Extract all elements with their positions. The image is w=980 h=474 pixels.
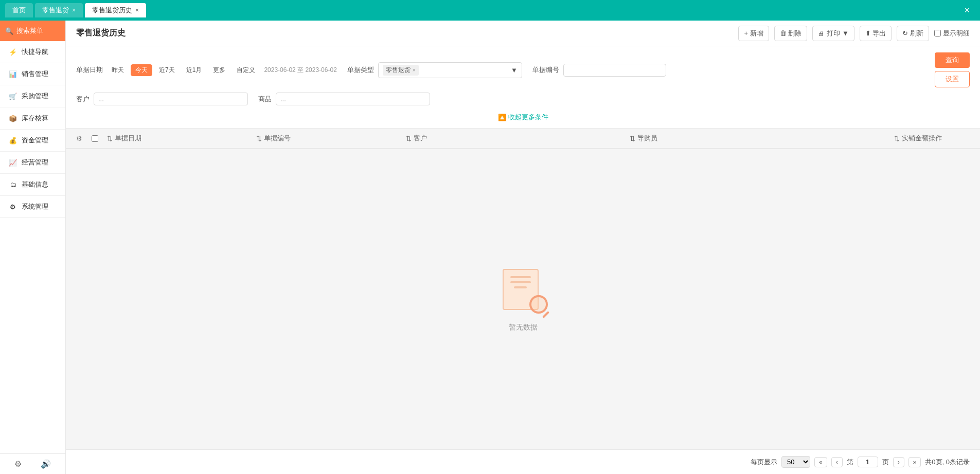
page-header: 零售退货历史 + 新增 🗑 删除 🖨 打印 ▼ ⬆ 导出 ↻ 刷新 显示明细	[66, 21, 980, 46]
date-btn-yesterday[interactable]: 昨天	[107, 64, 129, 76]
col-date-sort-icon[interactable]: ⇅	[107, 135, 113, 142]
sidebar-item-purchase[interactable]: 🛒 采购管理	[0, 85, 65, 107]
sidebar-item-sales[interactable]: 📊 销售管理	[0, 63, 65, 85]
tab-retail-return-history[interactable]: 零售退货历史 ×	[85, 3, 146, 17]
col-guide-sort-icon[interactable]: ⇅	[630, 135, 635, 142]
customer-input[interactable]	[94, 93, 248, 105]
operations-icon: 📈	[8, 158, 17, 167]
sales-icon: 📊	[8, 69, 17, 79]
col-customer-header: ⇅ 客户	[406, 134, 630, 143]
page-input-prefix: 第	[847, 458, 853, 467]
empty-illustration	[497, 266, 549, 318]
sidebar-sound-btn[interactable]: 🔊	[41, 459, 51, 469]
show-detail-checkbox[interactable]	[934, 30, 941, 37]
col-amount-sort-icon[interactable]: ⇅	[894, 135, 900, 142]
refresh-button[interactable]: ↻ 刷新	[897, 26, 929, 41]
empty-state: 暂无数据	[66, 149, 980, 449]
date-filter: 单据日期 昨天 今天 近7天 近1月 更多 自定义 2023-06-02 至 2…	[76, 64, 337, 76]
new-button[interactable]: + 新增	[738, 26, 769, 41]
export-button[interactable]: ⬆ 导出	[860, 26, 892, 41]
select-all-checkbox[interactable]	[92, 135, 98, 142]
page-prev-button[interactable]: ‹	[831, 457, 843, 467]
per-page-select[interactable]: 50 100 200	[781, 456, 810, 468]
type-filter-label: 单据类型	[347, 65, 374, 75]
query-button[interactable]: 查询	[935, 52, 970, 68]
tab-retail-return-history-label: 零售退货历史	[92, 6, 132, 15]
col-date-header: ⇅ 单据日期	[107, 134, 256, 143]
tab-retail-return[interactable]: 零售退货 ×	[35, 3, 83, 17]
order-no-filter: 单据编号	[532, 64, 666, 77]
goods-label: 商品	[258, 95, 272, 104]
date-range-buttons: 昨天 今天 近7天 近1月 更多 自定义	[107, 64, 260, 76]
tab-home[interactable]: 首页	[5, 3, 33, 17]
main-content: 零售退货历史 + 新增 🗑 删除 🖨 打印 ▼ ⬆ 导出 ↻ 刷新 显示明细	[66, 21, 980, 474]
type-filter: 单据类型 零售退货 × ▼	[347, 62, 522, 78]
sidebar: 🔍 搜索菜单 ⚡ 快捷导航 📊 销售管理 🛒 采购管理 📦 库存核算 💰 资金管…	[0, 21, 66, 474]
main-layout: 🔍 搜索菜单 ⚡ 快捷导航 📊 销售管理 🛒 采购管理 📦 库存核算 💰 资金管…	[0, 21, 980, 474]
collapse-up-icon: 🔼	[498, 114, 506, 121]
filter-buttons: 查询 设置	[935, 52, 970, 87]
settings-col-icon[interactable]: ⚙	[76, 135, 82, 142]
col-order-no-header: ⇅ 单据编号	[256, 134, 405, 143]
date-btn-custom[interactable]: 自定义	[232, 64, 260, 76]
top-bar: 首页 零售退货 × 零售退货历史 × ×	[0, 0, 980, 21]
sidebar-item-system[interactable]: ⚙ 系统管理	[0, 196, 65, 218]
type-filter-select[interactable]: 零售退货 × ▼	[378, 62, 522, 78]
type-tag-close[interactable]: ×	[413, 67, 416, 73]
per-page-label: 每页显示	[751, 458, 777, 467]
tab-retail-return-label: 零售退货	[42, 6, 69, 15]
filter-row-2: 客户 商品	[76, 93, 970, 105]
date-btn-more[interactable]: 更多	[208, 64, 230, 76]
col-order-sort-icon[interactable]: ⇅	[256, 135, 262, 142]
sidebar-item-quick-nav-label: 快捷导航	[22, 47, 48, 57]
inventory-icon: 📦	[8, 114, 17, 123]
sidebar-item-finance[interactable]: 💰 资金管理	[0, 130, 65, 152]
customer-filter: 客户	[76, 93, 248, 105]
tab-retail-return-history-close[interactable]: ×	[135, 7, 139, 14]
date-btn-1month[interactable]: 近1月	[182, 64, 207, 76]
page-summary: 共0页, 0条记录	[925, 458, 970, 467]
sidebar-item-system-label: 系统管理	[22, 202, 48, 211]
set-button[interactable]: 设置	[935, 71, 970, 87]
sidebar-item-quick-nav[interactable]: ⚡ 快捷导航	[0, 41, 65, 63]
empty-text: 暂无数据	[509, 323, 538, 332]
print-button[interactable]: 🖨 打印 ▼	[812, 26, 854, 41]
delete-button[interactable]: 🗑 删除	[774, 26, 808, 41]
order-no-label: 单据编号	[532, 65, 559, 75]
basic-info-icon: 🗂	[8, 180, 17, 189]
print-label: 🖨 打印	[818, 29, 840, 38]
col-checkbox-header	[92, 135, 107, 142]
goods-filter: 商品	[258, 93, 430, 105]
sidebar-item-inventory-label: 库存核算	[22, 114, 48, 123]
goods-input[interactable]	[276, 93, 430, 105]
date-btn-today[interactable]: 今天	[131, 64, 152, 76]
sidebar-item-operations[interactable]: 📈 经营管理	[0, 152, 65, 174]
quick-nav-icon: ⚡	[8, 47, 17, 57]
col-amount-label: 实销金额	[902, 134, 929, 143]
type-dropdown-icon: ▼	[511, 66, 518, 74]
page-first-button[interactable]: «	[814, 457, 827, 467]
sidebar-search[interactable]: 🔍 搜索菜单	[0, 21, 65, 41]
collapse-text: 收起更多条件	[508, 113, 548, 122]
col-action-header: 操作	[929, 134, 970, 143]
sidebar-bottom: ⚙ 🔊	[0, 453, 65, 474]
col-amount-header: ⇅ 实销金额	[779, 134, 929, 143]
sidebar-item-finance-label: 资金管理	[22, 136, 48, 145]
sidebar-settings-btn[interactable]: ⚙	[14, 459, 22, 469]
collapse-button[interactable]: 🔼 收起更多条件	[498, 113, 548, 122]
date-range-text: 2023-06-02 至 2023-06-02	[264, 66, 336, 75]
type-tag: 零售退货 ×	[383, 65, 419, 76]
sidebar-item-operations-label: 经营管理	[22, 158, 48, 167]
page-next-button[interactable]: ›	[893, 457, 904, 467]
col-guide-label: 导购员	[637, 134, 657, 143]
sidebar-item-inventory[interactable]: 📦 库存核算	[0, 107, 65, 130]
tab-retail-return-close[interactable]: ×	[72, 7, 76, 14]
purchase-icon: 🛒	[8, 92, 17, 101]
col-customer-sort-icon[interactable]: ⇅	[406, 135, 412, 142]
page-last-button[interactable]: »	[908, 457, 921, 467]
sidebar-item-basic-info[interactable]: 🗂 基础信息	[0, 174, 65, 196]
window-close-button[interactable]: ×	[959, 3, 975, 18]
order-no-input[interactable]	[563, 64, 666, 77]
date-btn-7days[interactable]: 近7天	[154, 64, 180, 76]
page-number-input[interactable]	[858, 457, 878, 467]
